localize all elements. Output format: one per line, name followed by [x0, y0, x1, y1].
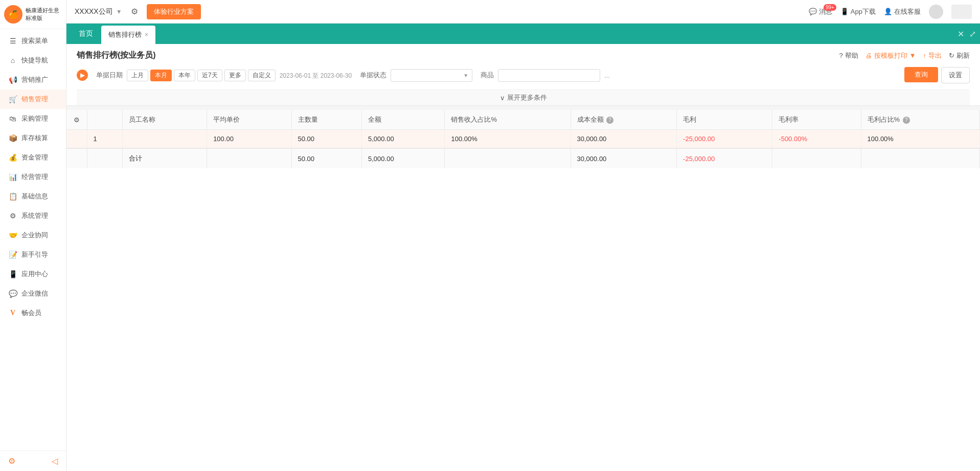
topbar-right: 💬 消息 99+ 📱 App下载 👤 在线客服	[809, 5, 972, 19]
online-service-button[interactable]: 👤 在线客服	[884, 7, 921, 16]
app-logo: 🍊 畅康通好生意 标准版	[0, 0, 66, 29]
status-filter-group: 单据状态 ▼	[360, 69, 472, 82]
export-icon: ↑	[923, 52, 927, 59]
col-settings[interactable]: ⚙	[66, 110, 87, 130]
date-btn-more[interactable]: 更多	[224, 70, 246, 81]
cell-settings	[66, 130, 87, 149]
sidebar-item-label: 企业协同	[21, 231, 48, 240]
sidebar-item-system[interactable]: ⚙ 系统管理	[0, 206, 66, 226]
sidebar-item-label: 应用中心	[21, 270, 48, 279]
refresh-button[interactable]: ↻ 刷新	[949, 51, 970, 60]
page-title-row: 销售排行榜(按业务员) ? 帮助 🖨 按模板打印 ▼ ↑ 导出	[77, 50, 970, 61]
footer-profit-rate	[772, 148, 861, 168]
sidebar-item-weixin[interactable]: 💬 企业微信	[0, 284, 66, 303]
table-header: ⚙ 员工名称 平均单价 主数量 全额 销售收入占比% 成本全额 ? 毛利 毛利率…	[66, 110, 980, 130]
online-service-label: 在线客服	[894, 7, 921, 16]
message-button[interactable]: 💬 消息 99+	[809, 7, 832, 16]
date-btn-7days[interactable]: 近7天	[197, 70, 222, 81]
date-btn-thisyear[interactable]: 本年	[174, 70, 195, 81]
footer-total-label: 合计	[122, 148, 207, 168]
page-header: 销售排行榜(按业务员) ? 帮助 🖨 按模板打印 ▼ ↑ 导出	[66, 44, 980, 106]
status-select[interactable]	[391, 69, 472, 82]
sidebar-item-member[interactable]: V 畅会员	[0, 303, 66, 323]
sidebar-item-search[interactable]: ☰ 搜索菜单	[0, 31, 66, 51]
sidebar-item-label: 库存核算	[21, 133, 48, 143]
settings-button[interactable]: 设置	[941, 67, 970, 83]
sidebar-item-marketing[interactable]: 📢 营销推广	[0, 70, 66, 89]
export-button[interactable]: ↑ 导出	[923, 51, 942, 60]
cell-avg-price: 100.00	[207, 130, 291, 149]
goods-input[interactable]	[498, 69, 600, 82]
expand-more-button[interactable]: ∨ 展开更多条件	[77, 89, 970, 105]
logo-icon: 🍊	[4, 5, 22, 24]
sidebar-item-guide[interactable]: 📝 新手引导	[0, 245, 66, 264]
app-name: 畅康通好生意	[26, 7, 59, 14]
table-area: ⚙ 员工名称 平均单价 主数量 全额 销售收入占比% 成本全额 ? 毛利 毛利率…	[66, 110, 980, 471]
sidebar-item-appcenter[interactable]: 📱 应用中心	[0, 264, 66, 284]
sidebar-item-basicinfo[interactable]: 📋 基础信息	[0, 187, 66, 206]
print-button[interactable]: 🖨 按模板打印 ▼	[865, 51, 916, 60]
company-selector[interactable]: XXXXX公司 ▼	[75, 7, 122, 16]
tab-active-label: 销售排行榜	[108, 30, 142, 39]
window-close-icon[interactable]: ✕	[958, 29, 964, 39]
date-btn-custom[interactable]: 自定义	[248, 70, 276, 81]
member-icon: V	[8, 308, 17, 318]
sidebar-item-inventory[interactable]: 📦 库存核算	[0, 128, 66, 148]
ranking-table: ⚙ 员工名称 平均单价 主数量 全额 销售收入占比% 成本全额 ? 毛利 毛利率…	[66, 110, 980, 168]
tab-sales-ranking[interactable]: 销售排行榜 ×	[101, 26, 155, 44]
help-button[interactable]: ? 帮助	[839, 51, 858, 60]
profit-pct-help-icon[interactable]: ?	[903, 117, 910, 124]
sidebar-item-label: 搜索菜单	[21, 36, 48, 46]
query-button[interactable]: 查询	[904, 67, 938, 82]
purchase-icon: 🛍	[8, 114, 17, 123]
date-btn-thismonth[interactable]: 本月	[150, 70, 172, 81]
footer-spacer	[66, 148, 87, 168]
app-download-button[interactable]: 📱 App下载	[840, 7, 876, 16]
sidebar-item-label: 销售管理	[21, 95, 48, 104]
table-footer: 合计 50.00 5,000.00 30,000.00 -25,000.00	[66, 148, 980, 168]
date-filter-group: 单据日期 上月 本月 本年 近7天 更多 自定义 2023-06-01 至 20…	[96, 70, 352, 81]
page-content: 销售排行榜(按业务员) ? 帮助 🖨 按模板打印 ▼ ↑ 导出	[66, 44, 980, 471]
filter-more-icon[interactable]: ...	[604, 72, 610, 79]
appcenter-icon: 📱	[8, 270, 17, 279]
status-filter-label: 单据状态	[360, 71, 386, 80]
goods-filter-label: 商品	[481, 71, 494, 80]
trial-button[interactable]: 体验行业方案	[147, 4, 201, 19]
window-expand-icon[interactable]: ⤢	[969, 29, 976, 39]
user-avatar[interactable]	[929, 5, 943, 19]
footer-row: 合计 50.00 5,000.00 30,000.00 -25,000.00	[66, 148, 980, 168]
tabbar: 首页 销售排行榜 × ✕ ⤢	[66, 24, 980, 44]
tab-home-label: 首页	[79, 29, 93, 38]
topbar-gear-button[interactable]: ⚙	[127, 5, 142, 19]
cell-profit-rate: -500.00%	[772, 130, 861, 149]
sidebar-item-finance[interactable]: 💰 资金管理	[0, 148, 66, 167]
management-icon: 📊	[8, 172, 17, 182]
sidebar-item-quicknav[interactable]: ⌂ 快捷导航	[0, 51, 66, 70]
sidebar-item-purchase[interactable]: 🛍 采购管理	[0, 109, 66, 128]
footer-spacer2	[87, 148, 122, 168]
help-label: 帮助	[845, 51, 858, 60]
basicinfo-icon: 📋	[8, 192, 17, 201]
cell-cost: 30,000.00	[571, 130, 677, 149]
footer-amount: 5,000.00	[362, 148, 445, 168]
sidebar-item-label: 资金管理	[21, 153, 48, 162]
tab-controls: ✕ ⤢	[958, 29, 976, 39]
main-area: XXXXX公司 ▼ ⚙ 体验行业方案 💬 消息 99+ 📱 App下载 👤 在线…	[66, 0, 980, 471]
sidebar-item-management[interactable]: 📊 经营管理	[0, 167, 66, 187]
sidebar-collapse-icon[interactable]: ◁	[52, 456, 58, 466]
filter-expand-icon[interactable]: ▶	[77, 70, 88, 81]
topbar: XXXXX公司 ▼ ⚙ 体验行业方案 💬 消息 99+ 📱 App下载 👤 在线…	[66, 0, 980, 24]
search-menu-icon: ☰	[8, 36, 17, 46]
tab-close-icon[interactable]: ×	[145, 31, 148, 38]
date-btn-lastmonth[interactable]: 上月	[127, 70, 148, 81]
tab-home[interactable]: 首页	[71, 24, 101, 44]
sidebar-item-sales[interactable]: 🛒 销售管理	[0, 89, 66, 109]
sidebar-settings-icon[interactable]: ⚙	[8, 456, 15, 466]
sidebar-item-collab[interactable]: 🤝 企业协同	[0, 226, 66, 245]
print-chevron-icon: ▼	[909, 52, 916, 59]
cost-help-icon[interactable]: ?	[606, 117, 613, 124]
sidebar-item-label: 营销推广	[21, 75, 48, 84]
date-filter-label: 单据日期	[96, 71, 123, 80]
page-title: 销售排行榜(按业务员)	[77, 50, 156, 61]
message-badge: 99+	[824, 4, 836, 11]
